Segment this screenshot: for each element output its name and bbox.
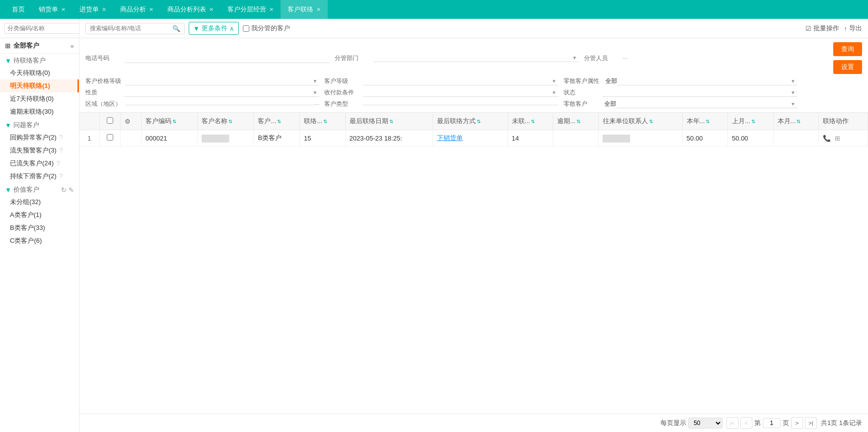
query-button[interactable]: 查询 bbox=[833, 42, 862, 56]
filter-customer-level-label: 客户等级 bbox=[324, 77, 359, 85]
filter-row-1: 电话号码 分管部门 ▼ 分管人员 ··· 查询 设置 bbox=[85, 42, 862, 74]
first-page-btn[interactable]: |< bbox=[726, 417, 738, 429]
sidebar-item-class-c[interactable]: C类客户(6) bbox=[0, 234, 79, 247]
sidebar-search-input[interactable] bbox=[4, 23, 79, 34]
sidebar-item-tomorrow[interactable]: 明天待联络(1) bbox=[0, 79, 79, 92]
th-gear[interactable]: ⚙ bbox=[121, 113, 142, 130]
nav-customer-contact[interactable]: 客户联络 ✕ bbox=[281, 0, 328, 19]
sort-date-icon[interactable]: ⇅ bbox=[389, 119, 393, 124]
filter-customer-level: 客户等级 ▼ bbox=[324, 77, 558, 85]
toolbar-search-icon[interactable]: 🔍 bbox=[172, 25, 180, 32]
sidebar-item-overdue[interactable]: 逾期未联络(30) bbox=[0, 105, 79, 118]
triangle-icon: ▼ bbox=[5, 57, 11, 65]
my-customer-checkbox[interactable] bbox=[243, 25, 249, 32]
cell-checkbox[interactable] bbox=[99, 130, 121, 146]
sidebar-item-class-b[interactable]: B类客户(33) bbox=[0, 221, 79, 234]
sidebar-item-repurchase-abnormal[interactable]: 回购异常客户(2) ? bbox=[0, 131, 79, 144]
sort-uncontacted-icon[interactable]: ⇅ bbox=[531, 119, 535, 124]
sort-type-icon[interactable]: ⇅ bbox=[277, 119, 281, 124]
edit-icon[interactable]: ✎ bbox=[69, 186, 74, 194]
nav-sales[interactable]: 销货单 ✕ bbox=[32, 0, 72, 19]
filter-status-label: 状态 bbox=[564, 88, 598, 97]
page-number-input[interactable] bbox=[763, 418, 781, 428]
export-btn[interactable]: ↑ 导出 bbox=[844, 24, 863, 33]
sidebar-item-lost[interactable]: 已流失客户(24) ? bbox=[0, 157, 79, 170]
th-code: 客户编码 ⇅ bbox=[142, 113, 198, 130]
cell-last-contact-method[interactable]: 下销货单 bbox=[433, 130, 507, 146]
filter-customer-type-label: 客户类型 bbox=[324, 100, 359, 108]
phone-action-icon[interactable]: 📞 bbox=[823, 135, 831, 142]
filter-gender: 性质 ▼ bbox=[85, 88, 319, 97]
cell-seq: 1 bbox=[79, 130, 99, 146]
sidebar-item-continuous-decline[interactable]: 持续下滑客户(2) ? bbox=[0, 170, 79, 183]
nav-customer-segment[interactable]: 客户分层经营 ✕ bbox=[220, 0, 281, 19]
more-action-icon[interactable]: ⊞ bbox=[835, 135, 840, 142]
filter-retail-customer-select[interactable]: ▼ bbox=[616, 100, 797, 108]
filter-customer-price-select[interactable]: ▼ bbox=[125, 77, 319, 85]
select-all-checkbox[interactable] bbox=[107, 117, 113, 124]
close-sales-icon[interactable]: ✕ bbox=[61, 6, 66, 13]
nav-goods-analysis-list[interactable]: 商品分析列表 ✕ bbox=[160, 0, 220, 19]
retail-attr-dropdown-icon: ▼ bbox=[791, 78, 796, 84]
filter-gender-select[interactable]: ▼ bbox=[124, 89, 319, 97]
sort-contact-icon[interactable]: ⇅ bbox=[323, 119, 327, 124]
filter-more-conditions-btn[interactable]: ▼ 更多条件 ∧ bbox=[189, 22, 239, 35]
collapse-icon[interactable]: « bbox=[71, 42, 74, 50]
prev-page-btn[interactable]: < bbox=[740, 417, 752, 429]
level-dropdown-icon: ▼ bbox=[552, 78, 557, 84]
close-customer-segment-icon[interactable]: ✕ bbox=[269, 6, 274, 13]
gender-dropdown-icon: ▼ bbox=[312, 90, 317, 95]
filter-person-label: 分管人员 bbox=[584, 54, 619, 63]
last-page-btn[interactable]: >| bbox=[805, 417, 817, 429]
sidebar-item-class-a[interactable]: A类客户(1) bbox=[0, 209, 79, 221]
sort-last-month-icon[interactable]: ⇅ bbox=[751, 119, 755, 124]
per-page-select[interactable]: 50 100 200 bbox=[688, 418, 723, 429]
sort-overdue-icon[interactable]: ⇅ bbox=[577, 119, 580, 124]
nav-home[interactable]: 首页 bbox=[5, 0, 32, 19]
filter-status-select[interactable]: ▼ bbox=[602, 89, 797, 97]
filter-dept-select[interactable]: ▼ bbox=[373, 54, 579, 62]
table-gear-icon[interactable]: ⚙ bbox=[125, 118, 131, 125]
sidebar-item-week7[interactable]: 近7天待联络(0) bbox=[0, 92, 79, 105]
toolbar-search-input[interactable] bbox=[90, 25, 172, 32]
sort-company-icon[interactable]: ⇅ bbox=[649, 119, 653, 124]
sort-name-icon[interactable]: ⇅ bbox=[228, 119, 232, 124]
sort-year-icon[interactable]: ⇅ bbox=[706, 119, 710, 124]
my-customer-checkbox-area[interactable]: 我分管的客户 bbox=[243, 24, 290, 33]
filter-customer-level-select[interactable]: ▼ bbox=[363, 77, 558, 85]
sidebar-item-unclassified[interactable]: 未分组(32) bbox=[0, 196, 79, 209]
sidebar-item-today[interactable]: 今天待联络(0) bbox=[0, 67, 79, 79]
sort-this-month-icon[interactable]: ⇅ bbox=[796, 119, 800, 124]
close-purchase-icon[interactable]: ✕ bbox=[102, 6, 106, 13]
close-goods-analysis-list-icon[interactable]: ✕ bbox=[209, 6, 214, 13]
close-customer-contact-icon[interactable]: ✕ bbox=[316, 6, 321, 13]
filter-region: 区域（地区） ··· bbox=[85, 100, 319, 108]
filter-person-dots[interactable]: ··· bbox=[623, 55, 628, 62]
cell-overdue bbox=[553, 130, 598, 146]
per-page-area: 每页显示 50 100 200 bbox=[660, 418, 723, 429]
triangle-icon-3: ▼ bbox=[5, 186, 11, 194]
nav-goods-analysis[interactable]: 商品分析 ✕ bbox=[113, 0, 160, 19]
batch-ops-btn[interactable]: ☑ 批量操作 bbox=[805, 24, 839, 33]
close-goods-analysis-icon[interactable]: ✕ bbox=[149, 6, 153, 13]
all-customers-header[interactable]: ⊞ 全部客户 « bbox=[0, 38, 79, 54]
filter-region-label: 区域（地区） bbox=[85, 100, 121, 108]
row-checkbox[interactable] bbox=[107, 134, 113, 141]
filter-retail-attr-select[interactable]: ▼ bbox=[617, 77, 797, 85]
sidebar-item-lost-risk[interactable]: 流失预警客户(3) ? bbox=[0, 144, 79, 157]
filter-gender-label: 性质 bbox=[85, 88, 120, 97]
filter-phone-input[interactable] bbox=[124, 54, 330, 63]
sort-code-icon[interactable]: ⇅ bbox=[172, 119, 176, 124]
nav-purchase[interactable]: 进货单 ✕ bbox=[72, 0, 113, 19]
sidebar: 🔍 ⊞ 全部客户 « ▼ 待联络客户 今天待联络(0) 明天待联络(1) 近7天… bbox=[0, 19, 79, 432]
next-page-btn[interactable]: > bbox=[791, 417, 803, 429]
contact-method-link[interactable]: 下销货单 bbox=[437, 134, 463, 142]
filter-region-dots[interactable]: ··· bbox=[314, 101, 319, 108]
filter-region-select[interactable] bbox=[125, 103, 314, 105]
settings-button[interactable]: 设置 bbox=[833, 60, 862, 74]
filter-customer-type-select[interactable] bbox=[363, 103, 558, 105]
sort-method-icon[interactable]: ⇅ bbox=[477, 119, 481, 124]
price-dropdown-icon: ▼ bbox=[312, 78, 317, 84]
refresh-icon[interactable]: ↻ bbox=[61, 186, 67, 194]
filter-payment-select[interactable]: ▼ bbox=[363, 89, 558, 97]
